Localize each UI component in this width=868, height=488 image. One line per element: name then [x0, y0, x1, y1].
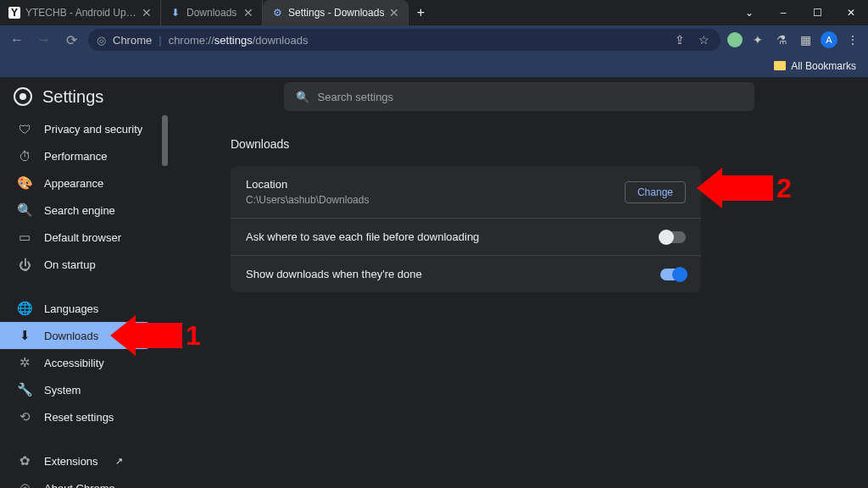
accessibility-icon: ✲ [17, 355, 32, 370]
change-location-button[interactable]: Change [625, 181, 686, 203]
app-icon[interactable]: ▦ [797, 31, 814, 48]
bookmark-star-icon[interactable]: ☆ [695, 31, 712, 48]
sidebar-item-label: Downloads [44, 330, 98, 342]
shield-icon: 🛡 [17, 122, 32, 136]
sidebar-item-system[interactable]: 🔧System [0, 376, 170, 403]
tab-ytechb[interactable]: Y YTECHB - Android Updates, Wal ✕ [0, 0, 161, 25]
sidebar-item-label: Appearance [44, 177, 103, 190]
window-close-button[interactable]: ✕ [834, 0, 868, 25]
address-bar[interactable]: ◎ Chrome | chrome://settings/downloads ⇪… [88, 29, 721, 51]
sidebar-item-label: Performance [44, 150, 107, 163]
sidebar-item-label: Languages [44, 302, 98, 315]
extensions-icon[interactable]: ✦ [749, 31, 766, 48]
browser-toolbar: ← → ⟳ ◎ Chrome | chrome://settings/downl… [0, 25, 868, 54]
forward-button[interactable]: → [34, 30, 54, 50]
window-dropdown-button[interactable]: ⌄ [732, 0, 766, 25]
sidebar-item-reset[interactable]: ⟲Reset settings [0, 403, 170, 430]
labs-icon[interactable]: ⚗ [773, 31, 790, 48]
palette-icon: 🎨 [17, 175, 32, 191]
globe-icon: 🌐 [17, 301, 32, 316]
sidebar-item-label: Privacy and security [44, 123, 142, 136]
settings-content: 🛡Privacy and security ⏱Performance 🎨Appe… [0, 78, 868, 488]
tab-downloads[interactable]: ⬇ Downloads ✕ [161, 0, 263, 25]
settings-sidebar: 🛡Privacy and security ⏱Performance 🎨Appe… [0, 115, 170, 488]
show-downloads-label: Show downloads when they're done [246, 268, 422, 280]
downloads-card: Location C:\Users\ashub\Downloads Change… [231, 166, 701, 292]
sidebar-item-extensions[interactable]: ✿Extensions↗ [0, 447, 170, 474]
location-label: Location [246, 178, 369, 191]
location-path: C:\Users\ashub\Downloads [246, 194, 369, 206]
omnibox-site-label: Chrome [113, 34, 152, 47]
wrench-icon: 🔧 [17, 382, 32, 397]
reload-button[interactable]: ⟳ [61, 30, 81, 50]
sidebar-item-label: Default browser [44, 231, 121, 244]
sidebar-item-label: On startup [44, 258, 96, 271]
download-icon: ⬇ [17, 328, 32, 343]
sidebar-item-label: Search engine [44, 204, 115, 217]
chrome-icon: ◎ [97, 34, 106, 47]
show-downloads-row: Show downloads when they're done [231, 256, 701, 292]
search-icon: 🔍 [296, 91, 309, 103]
gear-icon: ⚙ [271, 7, 283, 19]
sidebar-item-search-engine[interactable]: 🔍Search engine [0, 197, 170, 224]
sidebar-item-about-chrome[interactable]: ◎About Chrome [0, 474, 170, 488]
download-icon: ⬇ [170, 7, 181, 19]
settings-header: Settings 🔍 Search settings [0, 78, 868, 115]
kebab-menu-icon[interactable]: ⋮ [844, 31, 861, 48]
show-downloads-toggle[interactable] [660, 269, 686, 280]
sidebar-item-label: Reset settings [44, 411, 114, 424]
close-icon[interactable]: ✕ [389, 6, 399, 19]
sidebar-item-label: About Chrome [44, 482, 115, 489]
ask-where-toggle[interactable] [660, 231, 686, 243]
folder-icon [774, 61, 786, 70]
new-tab-button[interactable]: + [409, 0, 432, 25]
window-minimize-button[interactable]: – [766, 0, 800, 25]
browser-icon: ▭ [17, 230, 32, 245]
share-icon[interactable]: ⇪ [671, 31, 688, 48]
favicon-ytechb: Y [8, 7, 20, 19]
tab-title: YTECHB - Android Updates, Wal [25, 7, 136, 19]
reset-icon: ⟲ [17, 409, 32, 424]
sidebar-item-appearance[interactable]: 🎨Appearance [0, 169, 170, 197]
all-bookmarks-label: All Bookmarks [791, 60, 856, 72]
sidebar-item-privacy[interactable]: 🛡Privacy and security [0, 115, 170, 142]
sidebar-item-performance[interactable]: ⏱Performance [0, 142, 170, 169]
bookmarks-bar: All Bookmarks [0, 54, 868, 78]
sidebar-item-label: System [44, 384, 81, 396]
settings-search-input[interactable]: 🔍 Search settings [284, 82, 754, 111]
profile-indicator-icon[interactable] [727, 32, 743, 47]
tab-title: Downloads [186, 7, 238, 19]
chrome-logo-icon [14, 87, 32, 106]
search-icon: 🔍 [17, 202, 32, 218]
chrome-icon: ◎ [17, 480, 32, 488]
close-icon[interactable]: ✕ [142, 6, 152, 19]
search-placeholder: Search settings [318, 91, 394, 103]
ask-where-label: Ask where to save each file before downl… [246, 230, 479, 243]
sidebar-scrollbar[interactable] [162, 115, 168, 166]
toolbar-right: ✦ ⚗ ▦ A ⋮ [727, 31, 861, 48]
settings-title: Settings [42, 87, 103, 107]
ask-where-row: Ask where to save each file before downl… [231, 219, 701, 256]
back-button[interactable]: ← [7, 30, 27, 50]
external-link-icon: ↗ [115, 456, 123, 467]
sidebar-item-default-browser[interactable]: ▭Default browser [0, 224, 170, 251]
titlebar: Y YTECHB - Android Updates, Wal ✕ ⬇ Down… [0, 0, 868, 25]
settings-brand: Settings [0, 87, 170, 107]
window-maximize-button[interactable]: ☐ [800, 0, 834, 25]
section-heading-downloads: Downloads [231, 137, 834, 151]
location-row: Location C:\Users\ashub\Downloads Change [231, 166, 701, 219]
sidebar-item-on-startup[interactable]: ⏻On startup [0, 251, 170, 278]
window-controls: ⌄ – ☐ ✕ [732, 0, 868, 25]
annotation-number-2: 2 [776, 173, 792, 204]
puzzle-icon: ✿ [17, 453, 32, 469]
sidebar-item-label: Extensions [44, 455, 98, 468]
all-bookmarks-button[interactable]: All Bookmarks [774, 60, 856, 72]
omnibox-separator: | [159, 34, 161, 47]
annotation-arrow-2: 2 [697, 168, 795, 208]
tab-settings-downloads[interactable]: ⚙ Settings - Downloads ✕ [263, 0, 409, 25]
profile-avatar[interactable]: A [821, 31, 837, 48]
close-icon[interactable]: ✕ [243, 6, 253, 19]
tab-strip: Y YTECHB - Android Updates, Wal ✕ ⬇ Down… [0, 0, 732, 25]
speedometer-icon: ⏱ [17, 149, 32, 164]
sidebar-item-label: Accessibility [44, 357, 104, 369]
